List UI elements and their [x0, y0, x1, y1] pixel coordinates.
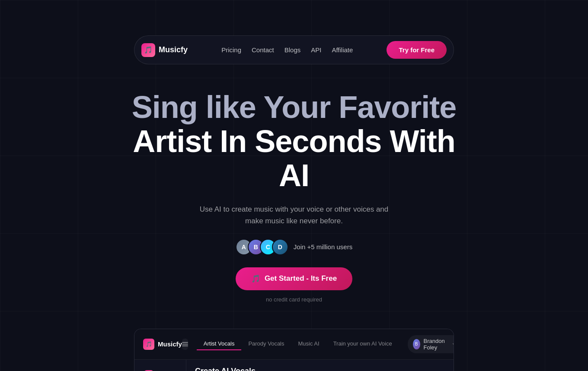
cta-area: 🎵 Get Started - Its Free no credit card …: [121, 255, 467, 303]
svg-rect-0: [182, 342, 188, 343]
music-note-svg: [415, 364, 454, 371]
app-user-name: Brandon Foley: [424, 338, 449, 351]
svg-rect-2: [182, 346, 188, 346]
logo-icon: 🎵: [141, 43, 155, 57]
app-main-title: Create AI Vocals: [195, 367, 402, 371]
navbar-links: Pricing Contact Blogs API Affiliate: [221, 46, 353, 54]
hero-title: Sing like Your Favorite Artist In Second…: [121, 90, 467, 193]
nav-link-affiliate[interactable]: Affiliate: [332, 46, 353, 54]
nav-link-blogs[interactable]: Blogs: [284, 46, 301, 54]
app-preview: 🎵 Musicfy Artist Vocals Parody Vocals Mu…: [134, 329, 454, 371]
music-note-decoration: [410, 360, 454, 371]
tab-parody-vocals[interactable]: Parody Vocals: [241, 338, 291, 350]
app-topbar: 🎵 Musicfy Artist Vocals Parody Vocals Mu…: [134, 329, 454, 360]
app-preview-logo-text: Musicfy: [158, 340, 182, 348]
app-preview-logo-icon: 🎵: [143, 339, 154, 350]
app-tabs: Artist Vocals Parody Vocals Music AI Tra…: [197, 338, 399, 350]
app-main-content: Create AI Vocals: [186, 360, 410, 371]
cta-label: Get Started - Its Free: [265, 274, 337, 283]
tab-music-ai[interactable]: Music AI: [291, 338, 326, 350]
hero-subtitle: Use AI to create music with your voice o…: [121, 203, 467, 227]
sidebar-create-item[interactable]: 🎵 Create: [141, 367, 180, 371]
page-wrapper: 🎵 Musicfy Pricing Contact Blogs API Affi…: [0, 0, 588, 371]
cta-note: no credit card required: [121, 296, 467, 303]
app-user-avatar: B: [413, 339, 420, 349]
logo-text: Musicfy: [159, 45, 188, 54]
cta-icon: 🎵: [251, 274, 260, 283]
hero-title-line2: Artist In Seconds With AI: [121, 124, 467, 193]
tab-artist-vocals[interactable]: Artist Vocals: [197, 338, 242, 350]
nav-link-pricing[interactable]: Pricing: [221, 46, 241, 54]
chevron-down-icon: [453, 343, 454, 346]
avatar-stack: A B C D: [236, 239, 288, 255]
svg-rect-1: [182, 344, 188, 345]
app-sidebar: 🎵 Create Artist Vocals: [134, 360, 186, 371]
navbar: 🎵 Musicfy Pricing Contact Blogs API Affi…: [134, 35, 454, 64]
nav-link-api[interactable]: API: [311, 46, 321, 54]
nav-link-contact[interactable]: Contact: [252, 46, 274, 54]
cta-button[interactable]: 🎵 Get Started - Its Free: [236, 267, 352, 290]
hero-section: Sing like Your Favorite Artist In Second…: [121, 90, 467, 303]
social-proof: A B C D Join +5 million users: [121, 239, 467, 255]
menu-icon: [182, 342, 188, 346]
app-preview-logo: 🎵 Musicfy: [143, 339, 182, 350]
app-body: 🎵 Create Artist Vocals Create AI Vocals: [134, 360, 454, 371]
nav-cta-button[interactable]: Try for Free: [387, 41, 447, 59]
tab-train-voice[interactable]: Train your own AI Voice: [326, 338, 399, 350]
hero-title-line1: Sing like Your Favorite: [121, 90, 467, 124]
avatar-4: D: [272, 239, 288, 255]
social-proof-text: Join +5 million users: [294, 243, 352, 251]
app-user-area[interactable]: B Brandon Foley: [408, 335, 454, 353]
nav-logo[interactable]: 🎵 Musicfy: [141, 43, 188, 57]
app-menu-button[interactable]: [182, 339, 188, 350]
